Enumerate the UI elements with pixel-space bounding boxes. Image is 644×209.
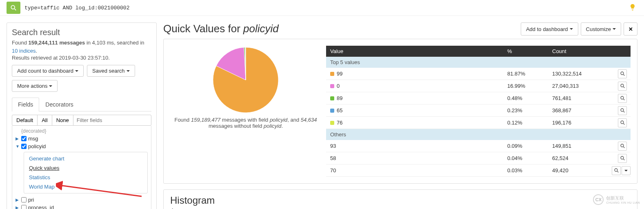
row-value: 89 (337, 95, 342, 101)
field-checkbox-pri[interactable] (21, 197, 27, 202)
field-submenu: Generate chart Quick values Statistics W… (24, 152, 148, 193)
search-result-summary: Found 159,244,111 messages in 4,103 ms, … (12, 39, 151, 55)
collapse-icon[interactable] (16, 144, 20, 149)
quick-values-table: Value % Count Top 5 values 9981.87%130,3… (326, 46, 631, 177)
tab-fields[interactable]: Fields (12, 98, 39, 111)
more-actions-button[interactable]: More actions (12, 80, 58, 92)
row-percent: 0.48% (506, 92, 551, 104)
row-percent: 0.12% (506, 117, 551, 129)
search-icon (620, 71, 625, 76)
field-item-process-id[interactable]: process_id (12, 204, 151, 209)
field-item-pri[interactable]: pri (12, 196, 151, 204)
expand-icon[interactable] (16, 136, 20, 141)
indices-link[interactable]: 10 indices (12, 48, 36, 54)
table-row: 580.04%62,524 (326, 152, 631, 165)
quick-values-chart-box: Found 159,189,477 messages with field po… (163, 39, 637, 184)
magnify-button[interactable] (618, 118, 627, 127)
found-count: 159,244,111 messages (28, 40, 85, 46)
field-checkbox-policyid[interactable] (21, 144, 27, 149)
found-ms: in 4,103 ms, searched in (85, 40, 144, 46)
row-value: 0 (337, 83, 340, 89)
add-to-dashboard-button[interactable]: Add to dashboard (521, 22, 578, 36)
field-label: pri (28, 197, 34, 203)
svg-line-19 (617, 171, 618, 173)
row-value: 76 (337, 120, 342, 126)
search-icon (620, 96, 625, 100)
svg-point-4 (621, 72, 624, 75)
caret-icon (127, 70, 130, 72)
submenu-world-map[interactable]: World Map (24, 182, 147, 191)
search-icon (620, 156, 625, 160)
watermark-logo: CX (593, 194, 604, 205)
color-swatch (330, 109, 334, 113)
submenu-statistics[interactable]: Statistics (24, 173, 147, 182)
close-button[interactable]: ✕ (624, 22, 637, 36)
filter-fields-input[interactable] (73, 115, 151, 126)
search-icon (620, 120, 625, 125)
retrieved-at: Results retrieved at 2019-03-30 23:57:10… (12, 55, 151, 61)
color-swatch (330, 121, 334, 125)
magnify-button[interactable] (618, 82, 627, 91)
qv-table-header: Value % Count (326, 46, 631, 57)
dropdown-button[interactable] (622, 166, 631, 175)
lightbulb-icon[interactable] (630, 4, 635, 12)
saved-search-button[interactable]: Saved search (87, 65, 135, 77)
qv-title-prefix: Quick Values for (163, 22, 243, 35)
table-row: 650.23%368,867 (326, 104, 631, 117)
caret-icon (75, 70, 78, 72)
close-icon: ✕ (628, 26, 633, 32)
search-button[interactable] (7, 2, 20, 14)
col-value: Value (326, 46, 506, 57)
field-checkbox-msg[interactable] (21, 136, 27, 141)
histogram-title: Histogram (170, 195, 631, 206)
filter-default-button[interactable]: Default (12, 115, 38, 126)
add-count-dashboard-button[interactable]: Add count to dashboard (12, 65, 84, 77)
row-count: 149,851 (551, 140, 614, 152)
magnify-button[interactable] (612, 166, 621, 175)
table-row: 700.03%49,420 (326, 165, 631, 177)
add-dash-label: Add to dashboard (526, 26, 568, 32)
more-actions-label: More actions (17, 83, 47, 89)
svg-point-8 (621, 96, 624, 99)
magnify-button[interactable] (618, 142, 627, 151)
field-checkbox-process-id[interactable] (21, 205, 27, 209)
magnify-button[interactable] (618, 154, 627, 163)
magnify-button[interactable] (618, 94, 627, 103)
submenu-quick-values[interactable]: Quick values (24, 163, 147, 173)
tab-decorators[interactable]: Decorators (39, 98, 79, 111)
cap5: . (281, 123, 283, 129)
add-count-label: Add count to dashboard (17, 68, 73, 74)
search-result-title: Search result (12, 28, 151, 37)
row-percent: 0.04% (506, 152, 551, 164)
cap2: messages with field (220, 117, 270, 123)
magnify-button[interactable] (618, 106, 627, 115)
submenu-generate-chart[interactable]: Generate chart (24, 154, 147, 163)
col-percent: % (506, 46, 551, 57)
row-percent: 0.03% (506, 165, 551, 176)
svg-point-18 (615, 169, 617, 171)
row-count: 130,322,514 (551, 68, 614, 80)
watermark: CX 创新互联 CHUANG XIN HU LIAN (593, 194, 640, 205)
expand-icon[interactable] (16, 205, 20, 209)
field-item-policyid[interactable]: policyid (12, 142, 151, 150)
row-count: 62,524 (551, 152, 614, 164)
filter-all-button[interactable]: All (37, 115, 52, 126)
magnify-button[interactable] (618, 69, 627, 78)
caret-icon (570, 28, 573, 30)
customize-button[interactable]: Customize (581, 22, 621, 36)
fields-tabs: Fields Decorators (12, 98, 151, 111)
watermark-sub: CHUANG XIN HU LIAN (606, 201, 640, 204)
svg-line-1 (15, 9, 16, 11)
row-value: 99 (337, 71, 342, 77)
table-row: 016.99%27,040,313 (326, 80, 631, 92)
row-percent: 81.87% (506, 68, 551, 80)
caret-icon (613, 28, 616, 30)
search-query-input[interactable] (24, 5, 630, 11)
expand-icon[interactable] (16, 198, 20, 202)
qv-title-field: policyid (243, 22, 279, 35)
field-label: process_id (28, 205, 54, 209)
row-count: 761,481 (551, 92, 614, 104)
filter-none-button[interactable]: None (52, 115, 73, 126)
field-item-msg[interactable]: msg (12, 135, 151, 142)
field-label: msg (28, 136, 38, 142)
